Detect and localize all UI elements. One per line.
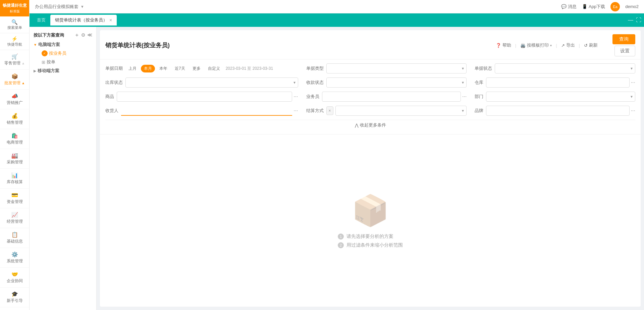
- divider2: |: [556, 43, 557, 48]
- goods-input[interactable]: [117, 92, 292, 102]
- print-label: 按模板打印: [527, 42, 549, 48]
- panel-header-icons: ＋ ⊙ ≪: [74, 32, 92, 38]
- quick-nav-item[interactable]: ⚡ 快捷导航: [0, 33, 29, 50]
- sidebar-item-finance[interactable]: 💳 资金管理: [0, 189, 29, 208]
- sidebar-item-inventory[interactable]: 📊 库存核算: [0, 169, 29, 189]
- sidebar-item-basic[interactable]: 📋 基础信息: [0, 228, 29, 248]
- date-custom-btn[interactable]: 自定义: [205, 65, 223, 72]
- tab-home[interactable]: 首页: [32, 15, 50, 25]
- breadcrumb-dropdown-icon[interactable]: ▾: [81, 4, 84, 9]
- scheme-group-pc-label: 电脑端方案: [38, 42, 60, 48]
- search-menu-item[interactable]: 🔍 搜索菜单: [0, 16, 29, 33]
- help-label: 帮助: [502, 42, 511, 48]
- empty-state: 📦 1 请先选择要分析的方案 2 用过滤条件来缩小分析范围: [100, 135, 641, 307]
- warehouse-dots[interactable]: ···: [631, 80, 635, 86]
- avatar-text: Ea: [613, 5, 618, 9]
- date-this-year-btn[interactable]: 本年: [156, 65, 170, 72]
- empty-hint-2: 2 用过滤条件来缩小分析范围: [338, 242, 403, 248]
- scheme-group-mobile[interactable]: ▶ 移动端方案: [30, 66, 96, 75]
- tab-minimize-btn[interactable]: —: [628, 17, 633, 23]
- out-status-select[interactable]: [125, 78, 298, 88]
- print-dropdown-icon: ▾: [550, 44, 552, 47]
- salesperson-dots[interactable]: ···: [462, 94, 467, 100]
- filter-row-4: 收货人 ··· 结算方式 × ▾: [105, 106, 635, 116]
- settlement-select[interactable]: [335, 106, 467, 116]
- doc-type-select[interactable]: [326, 63, 467, 73]
- tab-close-icon[interactable]: ×: [109, 18, 112, 22]
- date-this-month-btn[interactable]: 本月: [141, 65, 155, 72]
- export-label: 导出: [566, 42, 575, 48]
- app-download-btn[interactable]: 📱 App下载: [582, 4, 605, 10]
- date-7days-btn[interactable]: 近7天: [172, 65, 188, 72]
- scheme-panel-header: 按以下方案查询 ＋ ⊙ ≪: [30, 30, 96, 40]
- scheme-group-pc[interactable]: ▼ 电脑端方案: [30, 40, 96, 49]
- settings-scheme-icon[interactable]: ⊙: [81, 32, 85, 38]
- logo[interactable]: 畅捷通好生意 标准版: [0, 0, 29, 16]
- tab-sales-stats[interactable]: 销货单统计表（按业务员） ×: [50, 15, 117, 25]
- receipt-status-select[interactable]: [326, 78, 467, 88]
- sidebar-item-marketing[interactable]: 📣 营销推广: [0, 90, 29, 109]
- dept-label: 部门: [475, 94, 483, 100]
- consignee-input[interactable]: [121, 106, 292, 116]
- scheme-group-mobile-arrow-icon: ▶: [34, 69, 36, 73]
- date-range-text: 2023-03-01 至 2023-03-31: [226, 66, 273, 71]
- settlement-tag-delete-icon[interactable]: ×: [329, 108, 331, 113]
- help-btn[interactable]: ❓ 帮助: [496, 42, 511, 48]
- scheme-item-by-salesperson[interactable]: ✓ 按业务员: [30, 49, 96, 58]
- brand-dots[interactable]: ···: [631, 108, 635, 114]
- message-icon: 💬: [561, 4, 567, 9]
- warehouse-input[interactable]: [486, 78, 629, 88]
- collapse-panel-icon[interactable]: ≪: [87, 32, 92, 38]
- filter-actions: 查询 设置: [607, 34, 635, 56]
- collapse-btn[interactable]: ⋀ 收起更多条件: [105, 120, 635, 130]
- filter-warehouse: 仓库 ···: [475, 78, 635, 88]
- brand-input[interactable]: [486, 106, 629, 116]
- sidebar-item-wholesale[interactable]: 📦 批发管理 ▲: [0, 70, 29, 90]
- doc-type-label: 单据类型: [306, 65, 324, 71]
- sidebar-item-system[interactable]: ⚙️ 系统管理: [0, 248, 29, 268]
- main-area: 办公用品行业模拟账套 ▾ 💬 消息 📱 App下载 Ea demo2 首页 销货…: [30, 0, 644, 310]
- sidebar-item-operations[interactable]: 📈 经营管理: [0, 208, 29, 228]
- avatar[interactable]: Ea: [610, 2, 620, 11]
- consignee-dots[interactable]: ···: [293, 108, 298, 114]
- filter-date: 单据日期 上月 本月 本年 近7天 更多 自定义 2023-03-01 至 20…: [105, 65, 298, 72]
- filter-receipt-status: 收款状态 ▾: [306, 78, 467, 88]
- print-btn[interactable]: 🖨️ 按模板打印 ▾: [520, 42, 552, 48]
- empty-hints: 1 请先选择要分析的方案 2 用过滤条件来缩小分析范围: [338, 234, 403, 248]
- salesperson-input[interactable]: [322, 92, 461, 102]
- sidebar-item-sales[interactable]: 💰 销售管理: [0, 109, 29, 129]
- hint-1-num: 1: [338, 234, 344, 240]
- sidebar-item-purchase[interactable]: 🏭 采购管理: [0, 149, 29, 169]
- query-button[interactable]: 查询: [612, 34, 635, 44]
- date-more-btn[interactable]: 更多: [190, 65, 204, 72]
- salesperson-label: 业务员: [306, 94, 319, 100]
- message-btn[interactable]: 💬 消息: [561, 4, 577, 10]
- empty-hint-1: 1 请先选择要分析的方案: [338, 234, 403, 240]
- consignee-label: 收货人: [105, 108, 118, 114]
- tab-sales-stats-label: 销货单统计表（按业务员）: [55, 17, 107, 23]
- sidebar-item-newbie[interactable]: 🎓 新手引导: [0, 288, 29, 307]
- dept-select[interactable]: [486, 92, 635, 102]
- tab-maximize-btn[interactable]: ⛶: [636, 17, 641, 23]
- collapse-up-icon: ⋀: [355, 123, 359, 128]
- brand-label: 品牌: [475, 108, 483, 114]
- add-scheme-icon[interactable]: ＋: [74, 32, 79, 38]
- filter-consignee: 收货人 ···: [105, 106, 298, 116]
- goods-dots[interactable]: ···: [293, 94, 298, 100]
- sidebar-item-enterprise[interactable]: 🤝 企业协同: [0, 268, 29, 288]
- filter-goods: 商品 ···: [105, 92, 298, 102]
- date-last-month-btn[interactable]: 上月: [125, 65, 140, 72]
- collapse-label: 收起更多条件: [360, 122, 386, 128]
- refresh-btn[interactable]: ↺ 刷新: [584, 42, 598, 48]
- settlement-label: 结算方式: [306, 108, 324, 114]
- sidebar-item-appstore[interactable]: 🔧 应用中心: [0, 307, 29, 310]
- export-btn[interactable]: ↗ 导出: [561, 42, 575, 48]
- settlement-control: × ▾: [326, 106, 467, 116]
- title-actions: ❓ 帮助 | 🖨️ 按模板打印 ▾ | ↗ 导出 |: [496, 34, 635, 56]
- sidebar-item-ecom[interactable]: 🛍️ 电商管理: [0, 129, 29, 149]
- sidebar-item-retail[interactable]: 🛒 零售管理 ▲: [0, 50, 29, 70]
- scheme-item-by-order[interactable]: ⊞ 按单: [30, 58, 96, 66]
- receipt-status-select-wrap: ▾: [326, 78, 467, 88]
- settings-button[interactable]: 设置: [614, 46, 635, 56]
- doc-status-select[interactable]: [495, 63, 635, 73]
